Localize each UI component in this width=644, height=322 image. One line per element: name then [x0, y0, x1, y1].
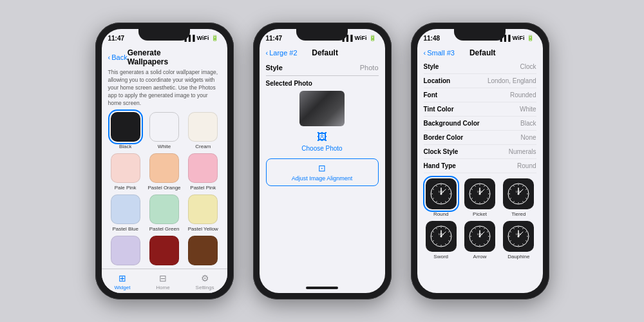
- tab-icon: ⚙: [201, 273, 209, 283]
- color-swatch: [188, 236, 218, 265]
- nav-bar-3: ‹ Small #3 Default: [417, 47, 543, 60]
- color-item[interactable]: Pastel Blue: [108, 194, 143, 232]
- settings-value: Black: [520, 120, 536, 127]
- color-item[interactable]: Cream: [185, 112, 220, 149]
- settings-value: White: [520, 106, 536, 113]
- clock-item[interactable]: LDNSword: [424, 221, 459, 260]
- settings-value: Round: [517, 162, 536, 169]
- screen-content-2: Style Photo Selected Photo 🖼 Choose Phot…: [260, 60, 385, 271]
- color-item[interactable]: Black: [108, 112, 143, 149]
- settings-row[interactable]: Background ColorBlack: [424, 117, 536, 131]
- tab-icon: ⊞: [118, 273, 126, 283]
- phone-3: 11:48 ▐▐▐ WiFi 🔋 ‹ Small #3 Default Styl…: [411, 23, 549, 299]
- choose-photo-label: Choose Photo: [301, 145, 342, 152]
- screen-content-1: This generates a solid color wallpaper i…: [102, 69, 227, 269]
- color-item[interactable]: Pastel Green: [147, 194, 182, 232]
- battery-icon-2: 🔋: [369, 35, 376, 41]
- home-indicator-2: [306, 287, 338, 289]
- battery-icon: 🔋: [211, 35, 218, 41]
- notch-1: [138, 29, 190, 41]
- settings-row[interactable]: Clock StyleNumerals: [424, 145, 536, 159]
- back-button-1[interactable]: ‹ Back: [108, 53, 128, 61]
- clock-face-arrow[interactable]: LDN: [464, 221, 495, 252]
- tab-label: Home: [156, 285, 169, 290]
- svg-point-17: [440, 193, 442, 195]
- settings-value: None: [521, 134, 536, 141]
- selected-photo-header: Selected Photo: [266, 80, 379, 87]
- wifi-icon: WiFi: [197, 35, 209, 41]
- wifi-icon-3: WiFi: [513, 35, 525, 41]
- back-button-2[interactable]: ‹ Large #2: [266, 49, 298, 57]
- wifi-icon-2: WiFi: [355, 35, 367, 41]
- color-label: Pastel Blue: [112, 226, 138, 232]
- color-item[interactable]: Dark Orange: [185, 236, 220, 269]
- color-swatch: [111, 236, 140, 265]
- clock-style-label: Dauphine: [507, 254, 529, 260]
- time-2: 11:47: [266, 35, 283, 42]
- color-swatch: [149, 112, 179, 142]
- clock-face-picket[interactable]: LDN: [464, 178, 495, 209]
- color-item[interactable]: Pale Pink: [108, 153, 143, 191]
- adjust-alignment-button[interactable]: ⊡ Adjust Image Alignment: [266, 158, 379, 186]
- svg-text:LDN: LDN: [477, 232, 482, 236]
- clock-item[interactable]: LDNPicket: [462, 178, 497, 217]
- settings-label: Font: [424, 91, 438, 99]
- color-label: Pastel Yellow: [188, 226, 218, 232]
- settings-label: Background Color: [424, 120, 480, 127]
- clock-item[interactable]: LDNRound: [424, 178, 459, 217]
- tab-item-settings[interactable]: ⚙Settings: [196, 273, 214, 290]
- choose-photo-button[interactable]: 🖼 Choose Photo: [266, 131, 379, 152]
- clock-style-label: Sword: [433, 254, 448, 260]
- settings-label: Style: [424, 63, 439, 70]
- color-label: Pastel Orange: [147, 185, 180, 191]
- settings-row[interactable]: LocationLondon, England: [424, 74, 536, 88]
- color-swatch: [188, 153, 218, 183]
- color-label: Pastel Green: [149, 226, 180, 232]
- nav-title-1: Generate Wallpapers: [128, 48, 197, 66]
- settings-row[interactable]: FontRounded: [424, 88, 536, 102]
- settings-label: Clock Style: [424, 148, 459, 155]
- style-label: Style: [266, 64, 283, 71]
- style-value: Photo: [360, 64, 379, 71]
- chevron-left-icon-3: ‹: [424, 49, 426, 57]
- settings-row[interactable]: Border ColorNone: [424, 131, 536, 145]
- settings-label: Tint Color: [424, 106, 454, 113]
- chevron-left-icon-1: ‹: [108, 53, 111, 61]
- settings-row[interactable]: Tint ColorWhite: [424, 102, 536, 117]
- back-button-3[interactable]: ‹ Small #3: [424, 49, 455, 57]
- settings-label: Border Color: [424, 134, 464, 141]
- color-label: Cream: [195, 144, 211, 149]
- color-item[interactable]: Dark Red: [147, 236, 182, 269]
- color-item[interactable]: Pastel Yellow: [185, 194, 220, 232]
- clock-item[interactable]: LDNArrow: [462, 221, 497, 260]
- clock-face-sword[interactable]: LDN: [426, 221, 457, 252]
- settings-value: Clock: [520, 63, 536, 70]
- svg-point-53: [518, 193, 520, 195]
- color-item[interactable]: Pastel Orange: [147, 153, 182, 191]
- chevron-left-icon-2: ‹: [266, 49, 269, 57]
- svg-text:LDN: LDN: [516, 190, 521, 193]
- settings-row[interactable]: Hand TypeRound: [424, 159, 536, 173]
- phone-2: 11:47 ▐▐▐ WiFi 🔋 ‹ Large #2 Default Styl…: [253, 23, 392, 299]
- clock-face-tiered[interactable]: LDN: [503, 178, 534, 209]
- clock-style-grid: LDNRoundLDNPicketLDNTieredLDNSwordLDNArr…: [424, 178, 536, 260]
- photo-image: [299, 91, 345, 126]
- time-3: 11:48: [424, 35, 440, 42]
- clock-face-round[interactable]: LDN: [426, 178, 457, 209]
- settings-row[interactable]: StyleClock: [424, 60, 536, 74]
- color-item[interactable]: Pastel Pink: [185, 153, 220, 191]
- tab-icon: ⊟: [159, 273, 167, 283]
- color-swatch: [149, 236, 179, 265]
- color-swatch: [111, 112, 140, 142]
- color-item[interactable]: Pastel Purple: [108, 236, 143, 269]
- color-item[interactable]: White: [147, 112, 182, 149]
- back-label-3: Small #3: [427, 49, 455, 57]
- battery-icon-3: 🔋: [527, 35, 534, 41]
- clock-item[interactable]: LDNTiered: [501, 178, 536, 217]
- clock-item[interactable]: LDNDauphine: [501, 221, 536, 260]
- tab-item-widget[interactable]: ⊞Widget: [114, 273, 130, 290]
- tab-item-home[interactable]: ⊟Home: [156, 273, 169, 290]
- clock-face-dauphine[interactable]: LDN: [503, 221, 534, 252]
- color-label: Pale Pink: [115, 185, 137, 191]
- tab-bar-1: ⊞Widget⊟Home⚙Settings: [102, 269, 227, 293]
